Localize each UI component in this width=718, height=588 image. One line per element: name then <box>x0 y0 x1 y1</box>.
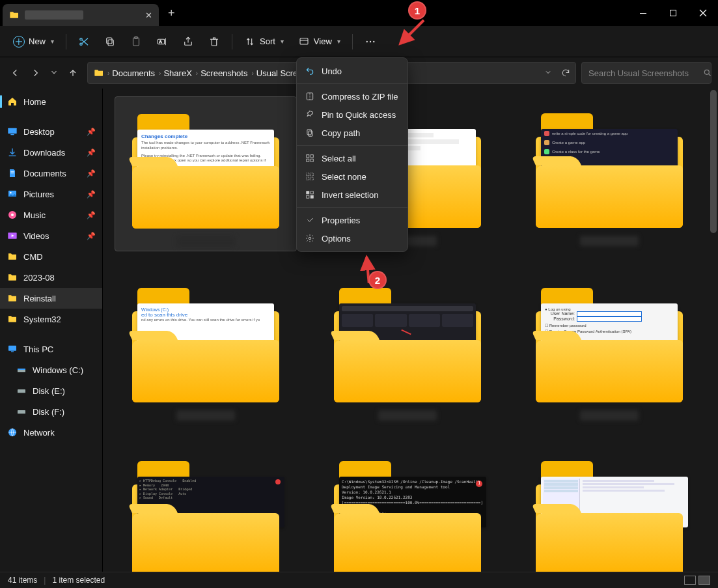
svg-rect-42 <box>311 155 313 158</box>
sidebar-this-pc[interactable]: This PC <box>0 339 102 359</box>
maximize-button[interactable] <box>658 0 688 26</box>
svg-rect-15 <box>300 38 308 44</box>
details-view-toggle[interactable] <box>684 576 696 585</box>
sidebar-item-2023-08[interactable]: 2023-08 <box>0 267 102 288</box>
sidebar-drive-c[interactable]: Windows (C:) <box>0 359 102 380</box>
svg-rect-34 <box>18 369 25 370</box>
svg-point-4 <box>80 38 82 40</box>
new-tab-button[interactable]: + <box>159 7 184 20</box>
pin-icon: 📌 <box>87 148 96 157</box>
menu-undo[interactable]: Undo <box>297 62 407 80</box>
properties-icon <box>305 215 315 225</box>
menu-select-all[interactable]: Select all <box>297 149 407 167</box>
tile-label-redacted <box>580 410 639 421</box>
menu-options[interactable]: Options <box>297 229 407 247</box>
sidebar-item-downloads[interactable]: Downloads📌 <box>0 142 102 163</box>
close-button[interactable] <box>688 0 718 26</box>
sidebar-drive-f[interactable]: Disk (F:) <box>0 401 102 422</box>
svg-rect-23 <box>10 134 14 135</box>
sidebar-item-pictures[interactable]: Pictures📌 <box>0 184 102 204</box>
sort-button[interactable]: Sort ▾ <box>238 32 290 51</box>
folder-tile[interactable]: ▸ HTTPDebug Console Enabled ▸ Memory 204… <box>115 444 297 572</box>
svg-rect-0 <box>640 13 646 14</box>
svg-rect-46 <box>311 173 313 176</box>
svg-rect-25 <box>10 173 14 173</box>
vertical-scrollbar[interactable] <box>709 90 718 572</box>
home-icon <box>7 96 18 107</box>
tiles-view-toggle[interactable] <box>698 576 710 585</box>
sort-label: Sort <box>260 36 275 46</box>
titlebar: ✕ + <box>0 0 718 26</box>
sidebar-item-videos[interactable]: Videos📌 <box>0 225 102 246</box>
sidebar-item-reinstall[interactable]: Reinstall <box>0 288 102 309</box>
sidebar-network[interactable]: Network <box>0 422 102 443</box>
forward-button[interactable] <box>30 68 40 78</box>
cut-button[interactable] <box>72 32 96 51</box>
address-dropdown[interactable] <box>544 68 552 77</box>
sidebar-item-music[interactable]: Music📌 <box>0 204 102 225</box>
search-input[interactable] <box>588 68 698 78</box>
back-button[interactable] <box>10 68 21 78</box>
share-icon <box>182 36 194 48</box>
folder-tile[interactable]: ● Log on using User Name: Password: ☐ Re… <box>518 271 700 425</box>
svg-point-5 <box>80 43 82 45</box>
rename-button[interactable]: A <box>150 32 174 51</box>
sidebar-drive-e[interactable]: Disk (E:) <box>0 380 102 401</box>
status-item-count: 41 items <box>8 576 37 585</box>
menu-select-none[interactable]: Select none <box>297 167 407 186</box>
share-button[interactable] <box>176 32 200 51</box>
window-controls <box>628 0 718 26</box>
up-button[interactable] <box>68 68 78 78</box>
invert-icon <box>305 189 315 200</box>
sidebar-item-system32[interactable]: System32 <box>0 309 102 329</box>
scrollbar-thumb[interactable] <box>710 90 717 233</box>
search-box[interactable] <box>581 62 711 84</box>
see-more-menu: Undo Compress to ZIP file Pin to Quick a… <box>296 57 408 252</box>
sidebar-item-cmd[interactable]: CMD <box>0 246 102 267</box>
svg-point-17 <box>366 40 367 42</box>
sidebar-home[interactable]: Home <box>0 91 102 112</box>
tab-close-button[interactable]: ✕ <box>145 10 152 20</box>
pin-icon: 📌 <box>87 211 96 219</box>
annotation-badge-2: 2 <box>368 271 387 289</box>
videos-icon <box>7 230 18 242</box>
sidebar-item-documents[interactable]: Documents📌 <box>0 163 102 184</box>
pictures-icon <box>7 188 18 200</box>
refresh-button[interactable] <box>561 68 570 77</box>
svg-rect-48 <box>311 177 313 180</box>
svg-line-21 <box>709 74 711 76</box>
svg-rect-40 <box>309 131 312 136</box>
folder-tile[interactable]: write a simple code for creating a game … <box>518 96 700 251</box>
breadcrumb-item[interactable]: Screenshots› <box>200 68 254 78</box>
folder-tile[interactable] <box>316 271 499 425</box>
menu-compress-zip[interactable]: Compress to ZIP file <box>297 87 407 105</box>
breadcrumb-item[interactable]: Documents› <box>112 68 161 78</box>
folder-tile[interactable]: 1 <box>518 444 700 572</box>
folder-tile[interactable]: Windows (C:) ed to scan this drive nd an… <box>115 271 297 425</box>
window-tab[interactable]: ✕ <box>3 4 159 26</box>
recent-button[interactable] <box>49 68 59 78</box>
folder-tile[interactable]: 1 C:\Windows\System32>DISM /Online /Clea… <box>316 444 499 572</box>
sidebar-item-desktop[interactable]: Desktop📌 <box>0 121 102 142</box>
menu-copy-path[interactable]: Copy path <box>297 124 407 142</box>
paste-button[interactable] <box>124 32 148 51</box>
folder-tile[interactable]: Changes complete The tool has made chang… <box>115 96 297 251</box>
see-more-button[interactable] <box>358 32 383 51</box>
svg-rect-31 <box>8 346 16 351</box>
breadcrumb-item[interactable]: ShareX› <box>163 68 198 78</box>
folder-icon <box>7 272 18 283</box>
svg-rect-35 <box>18 389 25 393</box>
minimize-button[interactable] <box>628 0 658 26</box>
new-button[interactable]: New ▾ <box>7 32 61 51</box>
copy-button[interactable] <box>98 32 122 51</box>
delete-button[interactable] <box>202 32 227 51</box>
toolbar: New ▾ A Sort ▾ View ▾ <box>0 26 718 57</box>
content-area[interactable]: Changes complete The tool has made chang… <box>103 89 718 572</box>
menu-pin-quick-access[interactable]: Pin to Quick access <box>297 105 407 124</box>
svg-rect-43 <box>307 159 309 161</box>
view-button[interactable]: View ▾ <box>292 32 347 51</box>
more-icon <box>365 36 376 48</box>
menu-invert-selection[interactable]: Invert selection <box>297 186 407 204</box>
svg-rect-24 <box>10 171 14 172</box>
menu-properties[interactable]: Properties <box>297 211 407 229</box>
